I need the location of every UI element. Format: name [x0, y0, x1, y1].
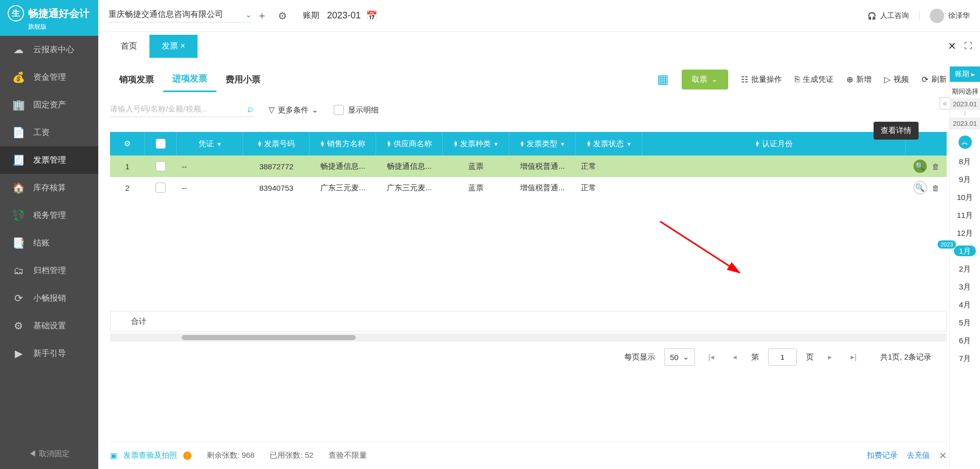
- period-rail: 账期▸ « 期间选择 2023.01 | 2023.01 ︽ 8月9月10月11…: [949, 66, 980, 469]
- col-type[interactable]: ▲▼发票类型▾: [509, 132, 576, 155]
- rail-month-12月[interactable]: 12月: [950, 225, 980, 242]
- page-input[interactable]: [768, 348, 797, 366]
- sidebar-item-1[interactable]: 💰资金管理: [0, 63, 98, 91]
- get-invoice-button[interactable]: 取票 ⌄: [682, 70, 728, 90]
- sidebar-item-11[interactable]: ▶新手引导: [0, 340, 98, 367]
- col-status[interactable]: ▲▼发票状态▾: [576, 132, 642, 155]
- verify-link[interactable]: ▣ 发票查验及拍照 !: [110, 451, 191, 460]
- close-icon[interactable]: ✕: [939, 450, 947, 461]
- subtab-2[interactable]: 费用小票: [216, 66, 270, 92]
- sum-row: 合计: [110, 311, 947, 331]
- delete-icon[interactable]: 🗑: [932, 162, 940, 171]
- col-kind[interactable]: ▲▼发票种类▾: [443, 132, 509, 155]
- rail-month-7月[interactable]: 7月: [950, 350, 980, 368]
- company-selector[interactable]: 重庆畅捷交通信息咨询有限公司 ⌄: [108, 9, 252, 23]
- video-action[interactable]: ▷视频: [884, 75, 909, 84]
- view-detail-icon[interactable]: 🔍: [913, 181, 927, 194]
- view-detail-icon[interactable]: 🔍: [913, 160, 927, 173]
- rail-month-8月[interactable]: 8月: [950, 153, 980, 171]
- col-checkbox[interactable]: [145, 132, 177, 155]
- calendar-icon[interactable]: 📅: [366, 10, 377, 21]
- col-supplier[interactable]: ▲▼供应商名称: [376, 132, 443, 155]
- show-detail-toggle[interactable]: 显示明细: [334, 105, 379, 115]
- gear-icon[interactable]: ⚙: [272, 10, 293, 22]
- add-icon[interactable]: ＋: [252, 9, 272, 23]
- page-tabs: 首页发票 × ✕ ⛶: [98, 32, 980, 60]
- page-prev[interactable]: ◂: [728, 350, 742, 364]
- batch-label: 批量操作: [751, 75, 782, 84]
- rail-month-11月[interactable]: 11月: [950, 207, 980, 225]
- col-settings[interactable]: ⚙: [110, 132, 145, 155]
- sidebar-item-0[interactable]: ☁云报表中心: [0, 36, 98, 63]
- gen-voucher-action[interactable]: ⎘生成凭证: [795, 75, 834, 84]
- subtab-1[interactable]: 进项发票: [163, 66, 216, 92]
- sidebar-item-5[interactable]: 🏠库存核算: [0, 174, 98, 202]
- per-page-label: 每页显示: [624, 352, 655, 362]
- qrcode-icon[interactable]: ▦: [657, 72, 669, 86]
- add-action[interactable]: ⊕新增: [846, 75, 872, 84]
- refresh-action[interactable]: ⟳刷新: [922, 75, 947, 84]
- row-checkbox[interactable]: [145, 177, 177, 198]
- tab-1[interactable]: 发票 ×: [149, 35, 198, 58]
- pin-toggle[interactable]: ◀ 取消固定: [0, 449, 98, 459]
- more-conditions[interactable]: ▽ 更多条件 ⌄: [269, 105, 318, 115]
- page-last[interactable]: ▸|: [846, 350, 861, 364]
- rail-month-2月[interactable]: 2月: [950, 260, 980, 278]
- sidebar-item-2[interactable]: 🏢固定资产: [0, 91, 98, 119]
- batch-action[interactable]: ☷批量操作: [741, 75, 782, 84]
- delete-icon[interactable]: 🗑: [932, 184, 940, 192]
- rail-from[interactable]: 2023.01: [950, 98, 980, 110]
- page-first[interactable]: |◂: [704, 350, 718, 364]
- sidebar-item-7[interactable]: 📑结账: [0, 229, 98, 257]
- sidebar-item-8[interactable]: 🗂归档管理: [0, 257, 98, 284]
- subtab-0[interactable]: 销项发票: [110, 66, 163, 92]
- per-page-select[interactable]: 50⌄: [664, 348, 695, 366]
- rail-month-5月[interactable]: 5月: [950, 314, 980, 332]
- rail-month-4月[interactable]: 4月: [950, 296, 980, 314]
- search-input[interactable]: [110, 104, 247, 113]
- cell-supplier: 畅捷通信息...: [376, 155, 443, 177]
- horizontal-scrollbar[interactable]: [110, 333, 947, 342]
- col-voucher[interactable]: 凭证▾: [177, 132, 243, 155]
- cell-type: 增值税普通...: [509, 155, 576, 177]
- search-icon[interactable]: ⌕: [247, 103, 253, 115]
- col-invoice-no[interactable]: ▲▼发票号码: [243, 132, 310, 155]
- rail-month-1月[interactable]: 20231月: [950, 242, 980, 260]
- filter-icon: ▽: [269, 105, 275, 115]
- sidebar-item-9[interactable]: ⟳小畅报销: [0, 284, 98, 312]
- recharge-link[interactable]: 去充值: [907, 451, 930, 460]
- user-menu[interactable]: 徐泽华: [930, 9, 970, 23]
- rail-month-6月[interactable]: 6月: [950, 332, 980, 350]
- scroll-up-icon[interactable]: ︽: [959, 136, 972, 149]
- close-all-icon[interactable]: ✕: [948, 40, 956, 52]
- row-checkbox[interactable]: [145, 155, 177, 177]
- checkbox-icon[interactable]: [334, 105, 344, 115]
- logo-edition: 旗舰版: [28, 23, 91, 31]
- rail-expand-icon[interactable]: «: [940, 97, 950, 109]
- sidebar-item-10[interactable]: ⚙基础设置: [0, 312, 98, 340]
- fullscreen-icon[interactable]: ⛶: [964, 41, 972, 51]
- deduct-link[interactable]: 扣费记录: [867, 451, 898, 460]
- sidebar-item-3[interactable]: 📄工资: [0, 119, 98, 146]
- rail-period-button[interactable]: 账期▸: [950, 66, 980, 82]
- col-auth-month[interactable]: ▲▼认证月份: [642, 132, 906, 155]
- rail-month-10月[interactable]: 10月: [950, 189, 980, 207]
- menu-label: 发票管理: [33, 155, 66, 166]
- tab-0[interactable]: 首页: [108, 35, 149, 58]
- table-row[interactable]: 1--38872772畅捷通信息...畅捷通信息...蓝票增值税普通...正常🔍…: [110, 155, 947, 177]
- table-row[interactable]: 2--83940753广东三元麦...广东三元麦...蓝票增值税普通...正常🔍…: [110, 177, 947, 198]
- annotation-arrow: [658, 219, 750, 280]
- rail-month-9月[interactable]: 9月: [950, 171, 980, 189]
- sidebar-item-6[interactable]: 💱税务管理: [0, 202, 98, 229]
- page-next[interactable]: ▸: [823, 350, 837, 364]
- rail-month-3月[interactable]: 3月: [950, 278, 980, 296]
- rail-to[interactable]: 2023.01: [950, 118, 980, 129]
- refresh-label: 刷新: [931, 75, 947, 84]
- sidebar-item-4[interactable]: 🧾发票管理: [0, 146, 98, 174]
- rail-title: 期间选择: [950, 87, 980, 96]
- consult-button[interactable]: 🎧 人工咨询: [867, 11, 920, 20]
- col-seller[interactable]: ▲▼销售方名称: [310, 132, 376, 155]
- period-value: 2023-01: [327, 10, 361, 21]
- menu-icon: 🧾: [13, 154, 24, 166]
- page-total: 共1页, 2条记录: [880, 352, 931, 362]
